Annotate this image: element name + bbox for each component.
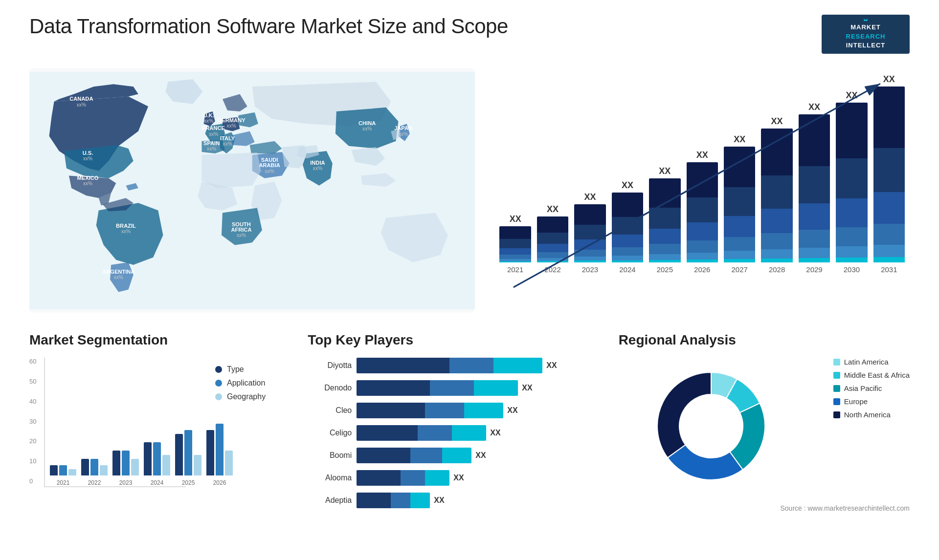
logo-m-icon [856, 19, 875, 21]
bar-value-label: XX [622, 180, 633, 191]
regional-legend-item: Middle East & Africa [833, 371, 910, 379]
bar-chart-container: XX2021XX2022XX2023XX2024XX2025XX2026XX20… [494, 68, 910, 313]
player-row: DenodoXX [308, 380, 599, 396]
seg-legend-label: Type [227, 365, 244, 374]
player-bar-value: XX [507, 406, 517, 415]
bar-group: XX2023 [574, 73, 605, 274]
svg-text:MEXICO: MEXICO [77, 175, 99, 181]
svg-text:xx%: xx% [223, 141, 232, 147]
player-bar-value: XX [475, 451, 486, 460]
player-bar-value: XX [522, 384, 532, 392]
player-row: CleoXX [308, 403, 599, 418]
seg-year-label: 2024 [151, 479, 164, 486]
svg-text:U.K.: U.K. [203, 112, 214, 118]
segmentation-section: Market Segmentation 0 10 20 30 40 50 60 … [29, 332, 288, 499]
seg-bar-group: 2021 [50, 465, 76, 486]
bar-stack [724, 147, 755, 262]
seg-bar [59, 465, 67, 475]
svg-text:xx%: xx% [313, 166, 322, 171]
player-bar [357, 358, 542, 373]
svg-text:U.S.: U.S. [83, 150, 93, 156]
bar-stack [799, 114, 830, 262]
player-bar-value: XX [434, 496, 444, 505]
svg-marker-0 [864, 19, 867, 21]
legend-square [833, 411, 840, 418]
regional-legend-label: Latin America [844, 358, 889, 366]
player-bar [357, 403, 503, 418]
bar-stack [873, 86, 905, 262]
seg-bar [184, 430, 192, 476]
svg-text:CHINA: CHINA [358, 120, 376, 126]
bar-year-label: 2021 [507, 265, 523, 274]
regional-legend-label: Middle East & Africa [844, 371, 910, 379]
bar-value-label: XX [696, 150, 708, 160]
svg-text:xx%: xx% [83, 181, 92, 186]
player-name: Alooma [308, 474, 352, 482]
seg-bar [162, 455, 170, 476]
player-bar-value: XX [453, 474, 464, 482]
bar-stack [612, 193, 643, 262]
seg-bar-group: 2026 [206, 424, 233, 486]
seg-year-label: 2025 [182, 479, 195, 486]
svg-text:GERMANY: GERMANY [218, 117, 246, 123]
seg-bar [90, 459, 98, 475]
player-row: AloomaXX [308, 470, 599, 486]
regional-legend: Latin AmericaMiddle East & AfricaAsia Pa… [833, 358, 910, 419]
bar-stack [836, 103, 867, 262]
seg-legend-label: Application [227, 379, 265, 388]
donut-chart [643, 358, 780, 495]
player-row: DiyottaXX [308, 358, 599, 373]
regional-legend-item: Asia Pacific [833, 384, 910, 392]
legend-square [833, 398, 840, 405]
logo-line1: MARKET [846, 23, 886, 32]
player-row: AdeptiaXX [308, 493, 599, 508]
legend-dot [215, 366, 222, 373]
legend-square [833, 385, 840, 392]
svg-text:INDIA: INDIA [310, 160, 325, 166]
seg-legend-item: Geography [215, 392, 266, 401]
regional-title: Regional Analysis [619, 332, 910, 348]
svg-text:xx%: xx% [121, 229, 131, 234]
player-row: BoomiXX [308, 448, 599, 463]
bar-group: XX2031 [873, 73, 905, 274]
seg-bar [225, 451, 233, 475]
player-bar [357, 425, 486, 441]
bar-stack [574, 204, 605, 262]
logo-line3: INTELLECT [846, 41, 886, 50]
svg-text:ARABIA: ARABIA [259, 162, 280, 168]
seg-bar [112, 451, 120, 475]
bar-value-label: XX [883, 74, 895, 85]
player-bar-container: XX [357, 425, 599, 441]
seg-bar [153, 442, 161, 475]
players-title: Top Key Players [308, 332, 599, 348]
page-title: Data Transformation Software Market Size… [29, 15, 508, 38]
logo-area: MARKET RESEARCH INTELLECT [822, 15, 910, 54]
player-name: Denodo [308, 384, 352, 392]
seg-bar [50, 465, 58, 475]
svg-text:xx%: xx% [204, 118, 213, 124]
bar-group: XX2027 [724, 73, 755, 274]
bar-stack [537, 216, 568, 262]
bar-group: XX2021 [499, 73, 531, 274]
bar-group: XX2025 [649, 73, 680, 274]
regional-legend-label: North America [844, 410, 891, 419]
player-bar [357, 380, 518, 396]
seg-bar [206, 430, 214, 476]
bar-year-label: 2024 [619, 265, 635, 274]
bar-year-label: 2030 [844, 265, 860, 274]
seg-bar-group: 2023 [112, 451, 139, 486]
player-bar [357, 470, 449, 486]
bar-year-label: 2027 [731, 265, 747, 274]
seg-bar-group: 2025 [175, 430, 201, 487]
svg-text:xx%: xx% [399, 131, 408, 137]
svg-text:xx%: xx% [265, 169, 274, 174]
player-bar [357, 448, 471, 463]
svg-text:xx%: xx% [362, 126, 372, 131]
player-name: Cleo [308, 406, 352, 415]
bar-year-label: 2026 [694, 265, 710, 274]
svg-text:xx%: xx% [77, 102, 86, 108]
bar-year-label: 2022 [544, 265, 560, 274]
seg-year-label: 2026 [213, 479, 226, 486]
regional-legend-item: Europe [833, 397, 910, 406]
bar-value-label: XX [584, 192, 596, 202]
